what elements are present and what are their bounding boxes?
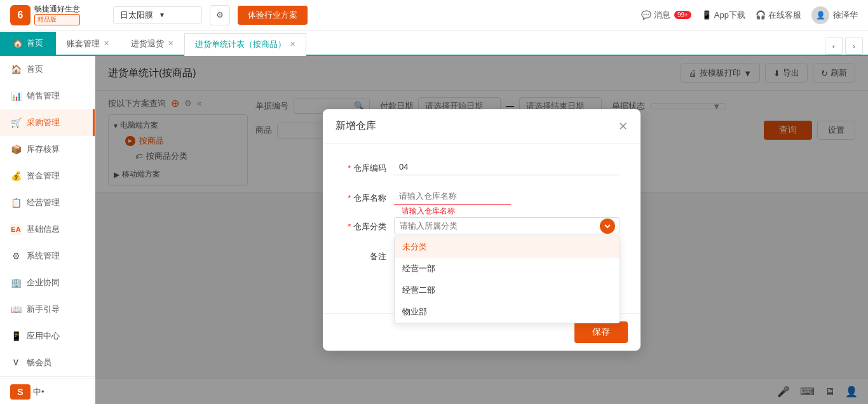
store-selector[interactable]: 日太阳膜 ▼: [113, 6, 202, 24]
sidebar-label: 销售管理: [27, 90, 60, 102]
home-icon: 🏠: [13, 39, 23, 48]
code-input[interactable]: [394, 159, 620, 175]
category-label: 仓库分类: [343, 217, 394, 232]
sales-icon: 📊: [10, 90, 22, 102]
home-icon: 🏠: [10, 64, 22, 75]
tab-close-icon[interactable]: ✕: [104, 39, 109, 48]
add-warehouse-modal: 新增仓库 ✕ 仓库编码 仓库名称: [323, 109, 641, 351]
operations-icon: 📋: [10, 197, 22, 208]
sidebar-item-finance[interactable]: 💰 资金管理: [0, 163, 95, 189]
sidebar-item-home[interactable]: 🏠 首页: [0, 56, 95, 83]
category-input[interactable]: [394, 217, 620, 234]
tab-next-button[interactable]: ›: [845, 37, 863, 55]
tab-purchase-stats[interactable]: 进货单统计表（按商品） ✕: [184, 33, 306, 56]
app-center-icon: 📱: [10, 330, 22, 342]
guide-icon: 📖: [10, 304, 22, 315]
sidebar-item-purchase[interactable]: 🛒 采购管理: [0, 109, 95, 136]
basic-info-icon: EA: [10, 224, 22, 235]
trial-button[interactable]: 体验行业方案: [238, 6, 308, 25]
warehouse-name-row: 仓库名称 请输入仓库名称: [343, 188, 620, 205]
sidebar-item-system[interactable]: ⚙ 系统管理: [0, 243, 95, 269]
logo-area: 6 畅捷通好生意 精品版: [10, 4, 105, 26]
sidebar-label: 新手引导: [27, 304, 60, 315]
sidebar-label: 应用中心: [27, 330, 60, 342]
vip-icon: V: [10, 357, 22, 368]
category-dropdown-toggle[interactable]: [600, 219, 615, 234]
modal-close-button[interactable]: ✕: [618, 121, 628, 132]
modal-title: 新增仓库: [336, 119, 376, 133]
category-dropdown: 未分类 经营一部 经营二部 物业部: [394, 236, 620, 323]
tab-purchase-stats-label: 进货单统计表（按商品）: [195, 39, 286, 50]
modal-overlay[interactable]: 新增仓库 ✕ 仓库编码 仓库名称: [95, 56, 868, 404]
sidebar-label: 系统管理: [27, 250, 60, 262]
warehouse-category-row: 仓库分类 未分类 经营一部 经营二部 物业部: [343, 217, 620, 234]
tab-prev-button[interactable]: ‹: [825, 37, 843, 55]
category-select-wrap: 未分类 经营一部 经营二部 物业部: [394, 217, 620, 234]
store-name: 日太阳膜: [120, 10, 156, 21]
message-icon: 💬: [641, 10, 651, 20]
logo-badge: 精品版: [34, 14, 80, 25]
tab-accounts[interactable]: 账套管理 ✕: [56, 32, 120, 55]
service-label: 在线客服: [768, 10, 801, 21]
tab-close-icon[interactable]: ✕: [290, 40, 295, 48]
sidebar-item-sales[interactable]: 📊 销售管理: [0, 83, 95, 109]
modal-body: 仓库编码 仓库名称 请输入仓库名称 仓库分类: [323, 144, 641, 313]
logo-text: 畅捷通好生意: [34, 4, 80, 15]
dropdown-item-dept1[interactable]: 经营一部: [395, 258, 620, 279]
main-layout: 🏠 首页 📊 销售管理 🛒 采购管理 📦 库存核算 💰 资金管理 📋 经营管理 …: [0, 56, 868, 404]
sidebar-item-inventory[interactable]: 📦 库存核算: [0, 136, 95, 163]
dropdown-item-uncategorized[interactable]: 未分类: [395, 236, 620, 258]
modal-header: 新增仓库 ✕: [323, 109, 641, 144]
sidebar-label: 采购管理: [27, 117, 60, 128]
logo-icon: 6: [10, 5, 31, 25]
sidebar-item-enterprise[interactable]: 🏢 企业协同: [0, 269, 95, 296]
sidebar-item-vip[interactable]: V 畅会员: [0, 349, 95, 376]
inventory-icon: 📦: [10, 144, 22, 155]
headset-icon: 🎧: [756, 10, 766, 20]
purchase-icon: 🛒: [10, 117, 22, 128]
tab-purchase-return-label: 进货退货: [131, 38, 164, 50]
sidebar-item-guide[interactable]: 📖 新手引导: [0, 296, 95, 323]
message-group[interactable]: 💬 消息 99+: [641, 10, 691, 21]
sidebar-item-operations[interactable]: 📋 经营管理: [0, 189, 95, 216]
name-input[interactable]: [394, 188, 511, 205]
dropdown-item-dept2[interactable]: 经营二部: [395, 279, 620, 301]
system-icon: ⚙: [10, 250, 22, 262]
phone-icon: 📱: [702, 10, 712, 20]
app-download-group[interactable]: 📱 App下载: [702, 10, 745, 21]
tab-bar: 🏠 首页 账套管理 ✕ 进货退货 ✕ 进货单统计表（按商品） ✕ ‹ ›: [0, 30, 868, 56]
warehouse-code-row: 仓库编码: [343, 159, 620, 175]
settings-icon[interactable]: ⚙: [210, 5, 230, 25]
sidebar-label: 畅会员: [27, 357, 51, 368]
tab-accounts-label: 账套管理: [67, 38, 100, 50]
sidebar-label: 首页: [27, 64, 43, 75]
message-label: 消息: [654, 10, 670, 21]
code-label: 仓库编码: [343, 159, 394, 174]
service-group[interactable]: 🎧 在线客服: [756, 10, 801, 21]
user-area[interactable]: 👤 徐泽华: [811, 6, 858, 24]
tab-home[interactable]: 🏠 首页: [0, 32, 56, 55]
tab-home-label: 首页: [27, 37, 43, 49]
tab-close-icon[interactable]: ✕: [168, 39, 173, 48]
finance-icon: 💰: [10, 170, 22, 182]
sidebar-label: 资金管理: [27, 170, 60, 182]
sidebar: 🏠 首页 📊 销售管理 🛒 采购管理 📦 库存核算 💰 资金管理 📋 经营管理 …: [0, 56, 95, 404]
top-header: 6 畅捷通好生意 精品版 日太阳膜 ▼ ⚙ 体验行业方案 💬 消息 99+ 📱 …: [0, 0, 868, 30]
sidebar-item-app-center[interactable]: 📱 应用中心: [0, 323, 95, 349]
enterprise-icon: 🏢: [10, 277, 22, 288]
app-download-label: App下载: [714, 10, 745, 21]
avatar: 👤: [811, 6, 829, 24]
sidebar-item-basic-info[interactable]: EA 基础信息: [0, 216, 95, 243]
sidebar-label: 基础信息: [27, 224, 60, 235]
s-logo-icon: S: [10, 384, 31, 400]
name-error-tip: 请输入仓库名称: [402, 206, 455, 217]
tab-purchase-return[interactable]: 进货退货 ✕: [120, 32, 184, 55]
remark-label: 备注: [343, 247, 394, 262]
sidebar-label: 经营管理: [27, 197, 60, 208]
name-label: 仓库名称: [343, 189, 394, 204]
save-button[interactable]: 保存: [574, 321, 628, 343]
footer-logo: S 中•: [10, 384, 44, 400]
selector-chevron-icon: ▼: [159, 11, 195, 18]
sidebar-label: 企业协同: [27, 277, 60, 288]
dropdown-item-property[interactable]: 物业部: [395, 301, 620, 323]
